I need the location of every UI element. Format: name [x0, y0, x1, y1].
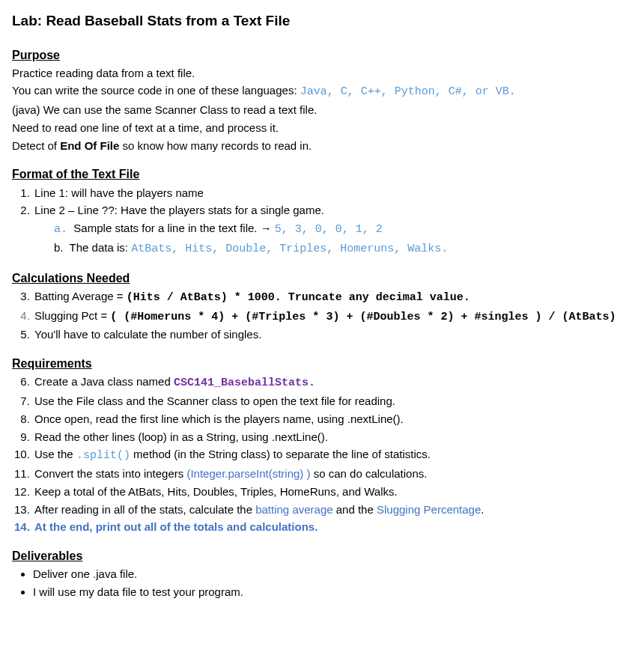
purpose-line5: Detect of End Of File so know how many r…	[12, 138, 632, 154]
req-item-7: Use the File class and the Scanner class…	[33, 393, 632, 409]
req-item-13: After reading in all of the stats, calcu…	[33, 502, 632, 518]
calc-item-3-code: (Hits / AtBats) * 1000. Truncate any dec…	[127, 291, 470, 304]
format-sub-b: b. The data is: AtBats, Hits, Double, Tr…	[54, 240, 632, 258]
section-deliv-heading: Deliverables	[12, 547, 632, 564]
format-sub-a-text: Sample stats for a line in the text file…	[73, 222, 274, 234]
calc-item-5: You'll have to calculate the number of s…	[33, 326, 632, 343]
format-sub-b-label: b.	[54, 241, 64, 254]
section-calc-heading: Calculations Needed	[12, 269, 632, 287]
req-item-11: Convert the stats into integers (Integer…	[33, 466, 632, 482]
req-item-13a: After reading in all of the stats, calcu…	[34, 503, 255, 516]
req-item-10: Use the .split() method (in the String c…	[33, 446, 632, 464]
format-sub-a-code: 5, 3, 0, 0, 1, 2	[275, 223, 383, 236]
format-item-2: Line 2 – Line ??: Have the players stats…	[33, 202, 632, 257]
format-sublist: a. Sample stats for a line in the text f…	[34, 220, 632, 258]
purpose-line4: Need to read one line of text at a time,…	[12, 120, 632, 136]
calc-item-3: Batting Average = (Hits / AtBats) * 1000…	[33, 288, 632, 306]
purpose-line5a: Detect of	[12, 139, 60, 152]
deliv-item-1: Deliver one .java file.	[33, 566, 632, 582]
calc-item-3-text: Batting Average =	[34, 290, 127, 302]
req-item-6: Create a Java class named CSC141_Basebal…	[33, 374, 632, 392]
purpose-line1: Practice reading data from a text file.	[12, 65, 632, 82]
calc-list: Batting Average = (Hits / AtBats) * 1000…	[12, 288, 632, 343]
req-item-12: Keep a total of the AtBats, Hits, Double…	[33, 484, 632, 500]
format-sub-a-label: a.	[54, 223, 67, 236]
calc-item-4: Slugging Pct = ( (#Homeruns * 4) + (#Tri…	[33, 308, 632, 326]
purpose-line5c: so know how many records to read in.	[119, 139, 312, 152]
req-item-6-code: CSC141_BaseballStats.	[174, 377, 315, 389]
req-item-13c: and the	[333, 503, 377, 516]
purpose-line2-text: You can write the source code in one of …	[12, 84, 300, 97]
purpose-end-of-file-bold: End Of File	[60, 139, 119, 152]
section-format-heading: Format of the Text File	[12, 165, 632, 183]
req-item-8: Once open, read the first line which is …	[33, 411, 632, 427]
purpose-line3: (java) We can use the same Scanner Class…	[12, 102, 632, 118]
purpose-languages-code: Java, C, C++, Python, C#, or VB.	[300, 85, 516, 98]
purpose-line2: You can write the source code in one of …	[12, 82, 632, 100]
deliv-item-2: I will use my data file to test your pro…	[33, 584, 632, 600]
req-item-11c: so can do calculations.	[311, 467, 428, 480]
req-item-10a: Use the	[34, 448, 76, 460]
format-list: Line 1: will have the players name Line …	[12, 185, 632, 258]
section-purpose-heading: Purpose	[12, 46, 632, 64]
format-sub-a: a. Sample stats for a line in the text f…	[54, 220, 632, 238]
page-title: Lab: Read Baseball Stats from a Text Fil…	[12, 10, 632, 31]
req-item-13e: .	[481, 503, 484, 516]
format-sub-b-code: AtBats, Hits, Double, Triples, Homeruns,…	[131, 243, 448, 255]
deliv-list: Deliver one .java file. I will use my da…	[12, 566, 632, 600]
req-list: Create a Java class named CSC141_Basebal…	[12, 374, 632, 535]
req-item-11-link: (Integer.parseInt(string) )	[186, 467, 310, 480]
calc-item-4-text: Slugging Pct =	[34, 309, 110, 322]
format-item-1: Line 1: will have the players name	[33, 185, 632, 201]
section-req-heading: Requirements	[12, 355, 632, 372]
req-item-13-link2: Slugging Percentage	[377, 503, 481, 516]
calc-item-4-code: ( (#Homeruns * 4) + (#Triples * 3) + (#D…	[110, 311, 616, 323]
req-item-13-link1: batting average	[255, 503, 332, 516]
req-item-10c: method (in the String class) to separate…	[130, 448, 431, 460]
req-item-6-text: Create a Java class named	[34, 375, 174, 388]
req-item-11a: Convert the stats into integers	[34, 467, 186, 480]
format-sub-b-text: The data is:	[70, 241, 132, 254]
req-item-14: At the end, print out all of the totals …	[33, 519, 632, 535]
req-item-10-code: .split()	[76, 449, 130, 462]
format-item-2-text: Line 2 – Line ??: Have the players stats…	[34, 204, 324, 216]
req-item-9: Read the other lines (loop) in as a Stri…	[33, 429, 632, 445]
